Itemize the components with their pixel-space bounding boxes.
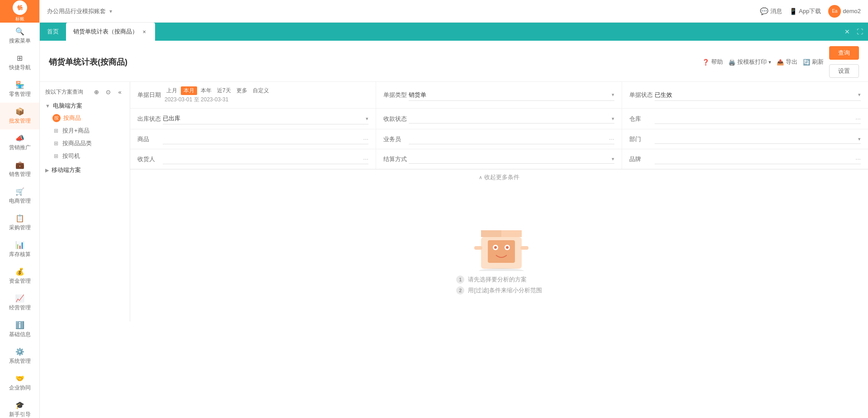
sidebar-item-quick-nav[interactable]: ⊞ 快捷导航 — [0, 49, 39, 76]
sidebar-item-inventory[interactable]: 📊 库存核算 — [0, 236, 39, 263]
settings-btn[interactable]: 设置 — [829, 64, 859, 78]
scheme-group-mobile-arrow: ▶ — [45, 167, 49, 173]
date-btn-7days[interactable]: 近7天 — [215, 86, 233, 95]
staff-label: 业务员 — [383, 135, 409, 143]
sidebar-item-sales[interactable]: 💼 销售管理 — [0, 156, 39, 183]
payment-arrow: ▾ — [612, 116, 614, 122]
product-dots[interactable]: ··· — [363, 135, 368, 142]
product-input-area[interactable]: ··· — [163, 134, 368, 144]
user-name: demo2 — [843, 8, 861, 14]
empty-illustration — [472, 212, 526, 266]
warehouse-dropdown[interactable]: 已出库 ▾ — [163, 113, 368, 124]
sales-icon: 💼 — [15, 161, 24, 169]
date-btn-this-year[interactable]: 本年 — [199, 86, 213, 95]
scheme-panel-actions: ⊕ ⊙ « — [92, 87, 124, 96]
date-btn-this-month[interactable]: 本月 — [181, 86, 197, 95]
sidebar-item-ecommerce[interactable]: 🛒 电商管理 — [0, 183, 39, 209]
staff-dots[interactable]: ··· — [609, 135, 614, 142]
date-btn-custom[interactable]: 自定义 — [251, 86, 271, 95]
filter-product-cell: 商品 ··· — [130, 129, 376, 149]
sidebar-item-newbie[interactable]: 🎓 新手引导 — [0, 396, 39, 418]
scheme-group-pc-label: 电脑端方案 — [53, 102, 82, 110]
page-title: 销货单统计表(按商品) — [49, 57, 127, 67]
payment-method-dropdown[interactable]: ▾ — [409, 155, 614, 164]
tab-sales-stats-label: 销货单统计表（按商品） — [73, 28, 138, 36]
filter-doc-status-cell: 单据状态 已生效 ▾ — [622, 82, 868, 108]
staff-input-area[interactable]: ··· — [409, 134, 614, 144]
tab-close-window-btn[interactable]: ✕ — [843, 27, 852, 36]
payment-label: 收款状态 — [383, 115, 409, 123]
message-btn[interactable]: 💬 消息 — [760, 7, 782, 15]
payment-dropdown[interactable]: ▾ — [409, 114, 614, 124]
query-btn[interactable]: 查询 — [829, 46, 859, 60]
storage-input-area[interactable]: ··· — [655, 114, 861, 124]
warehouse-label: 出库状态 — [137, 115, 163, 123]
avatar: Ea — [828, 5, 841, 18]
scheme-item-by-dept-icon: ⊞ — [52, 152, 60, 160]
date-range-text: 2023-03-01 至 2023-03-31 — [165, 96, 368, 104]
refresh-btn[interactable]: 🔄 刷新 — [803, 58, 824, 66]
tab-close-btn[interactable]: ✕ — [141, 28, 148, 35]
help-btn[interactable]: ❓ 帮助 — [702, 58, 723, 66]
purchase-icon: 📋 — [15, 214, 24, 223]
sidebar-item-retail[interactable]: 🏪 零售管理 — [0, 76, 39, 103]
doc-status-dropdown[interactable]: 已生效 ▾ — [655, 90, 861, 101]
doc-type-arrow: ▾ — [612, 92, 614, 98]
refresh-label: 刷新 — [812, 58, 824, 66]
filter-dept-cell: 部门 ▾ — [622, 129, 868, 149]
tab-sales-stats[interactable]: 销货单统计表（按商品） ✕ — [66, 23, 155, 41]
sidebar-item-search[interactable]: 🔍 搜索菜单 — [0, 23, 39, 49]
doc-status-arrow: ▾ — [858, 92, 861, 98]
sidebar-label-inventory: 库存核算 — [9, 251, 31, 258]
sidebar-item-corp-collab[interactable]: 🤝 企业协同 — [0, 370, 39, 396]
date-btn-more[interactable]: 更多 — [235, 86, 249, 95]
scheme-group-mobile-header[interactable]: ▶ 移动端方案 — [40, 164, 130, 176]
content-area: 按以下方案查询 ⊕ ⊙ « ▼ 电脑端方案 — [40, 82, 868, 322]
sidebar-label-base-info: 基础信息 — [9, 331, 31, 338]
scheme-settings-btn[interactable]: ⊙ — [104, 87, 113, 96]
sidebar-item-base-info[interactable]: ℹ️ 基础信息 — [0, 316, 39, 343]
receiver-dots[interactable]: ··· — [363, 155, 368, 162]
tab-home[interactable]: 首页 — [40, 23, 66, 41]
dept-dropdown[interactable]: ▾ — [655, 135, 861, 144]
sidebar-label-marketing: 营销推广 — [9, 144, 31, 152]
brand-dots[interactable]: ··· — [855, 155, 861, 162]
sidebar-label-purchase: 采购管理 — [9, 224, 31, 232]
collapse-bar[interactable]: ∧ 收起更多条件 — [130, 169, 868, 185]
app-download-label: App下载 — [799, 7, 821, 15]
date-btn-last-month[interactable]: 上月 — [165, 86, 179, 95]
receiver-input-area[interactable]: ··· — [163, 154, 368, 164]
sidebar-item-purchase[interactable]: 📋 采购管理 — [0, 209, 39, 236]
app-title-dropdown[interactable]: ▾ — [109, 8, 112, 14]
filter-row-3: 商品 ··· 业务员 ··· — [130, 129, 868, 149]
sidebar-item-operations[interactable]: 📈 经营管理 — [0, 290, 39, 316]
doc-type-dropdown[interactable]: 销货单 ▾ — [409, 90, 614, 101]
sidebar-label-finance: 资金管理 — [9, 277, 31, 285]
print-btn[interactable]: 🖨️ 按模板打印 ▾ — [728, 58, 771, 66]
sidebar-item-wholesale[interactable]: 📦 批发管理 — [0, 103, 39, 129]
scheme-item-by-product[interactable]: 按 按商品 — [40, 112, 130, 124]
sidebar-label-operations: 经营管理 — [9, 304, 31, 312]
user-profile[interactable]: Ea demo2 — [828, 5, 861, 18]
sidebar-item-marketing[interactable]: 📣 营销推广 — [0, 129, 39, 156]
filter-storage-cell: 仓库 ··· — [622, 109, 868, 129]
scheme-item-by-category[interactable]: ⊞ 按商品品类 — [40, 137, 130, 150]
brand-input-area[interactable]: ··· — [655, 154, 861, 164]
app-download-btn[interactable]: 📱 App下载 — [789, 7, 821, 15]
storage-dots[interactable]: ··· — [855, 115, 861, 122]
print-label: 按模板打印 — [737, 58, 767, 66]
scheme-collapse-btn[interactable]: « — [115, 87, 124, 96]
scheme-add-btn[interactable]: ⊕ — [92, 87, 101, 96]
filter-date-cell: 单据日期 上月 本月 本年 近7天 更多 自定义 — [130, 82, 376, 108]
export-btn[interactable]: 📤 导出 — [777, 58, 797, 66]
scheme-item-by-month-product[interactable]: ⊞ 按月+商品 — [40, 124, 130, 137]
sidebar-label-retail: 零售管理 — [9, 90, 31, 98]
logo-area[interactable]: 畅 标账 — [0, 0, 39, 23]
scheme-item-by-dept[interactable]: ⊞ 按司机 — [40, 150, 130, 162]
sidebar-item-system[interactable]: ⚙️ 系统管理 — [0, 343, 39, 370]
tab-maximize-btn[interactable]: ⛶ — [855, 27, 864, 36]
scheme-group-pc-header[interactable]: ▼ 电脑端方案 — [40, 100, 130, 112]
empty-hint-1: 1 请先选择要分析的方案 — [456, 276, 542, 284]
sidebar-item-finance[interactable]: 💰 资金管理 — [0, 263, 39, 290]
hint-num-2: 2 — [456, 286, 464, 294]
